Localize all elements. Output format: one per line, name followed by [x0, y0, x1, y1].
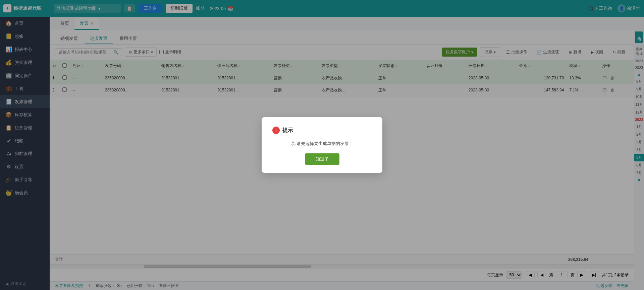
warning-icon: !: [272, 127, 280, 134]
modal-overlay: ! 提示 亲,请先选择要生成单据的发票！ 知道了: [0, 0, 644, 290]
modal-title: 提示: [282, 127, 293, 134]
modal-message: 亲,请先选择要生成单据的发票！: [291, 141, 353, 147]
modal-dialog: ! 提示 亲,请先选择要生成单据的发票！ 知道了: [262, 117, 382, 173]
modal-title-row: ! 提示: [272, 127, 293, 134]
modal-confirm-button[interactable]: 知道了: [305, 153, 339, 165]
